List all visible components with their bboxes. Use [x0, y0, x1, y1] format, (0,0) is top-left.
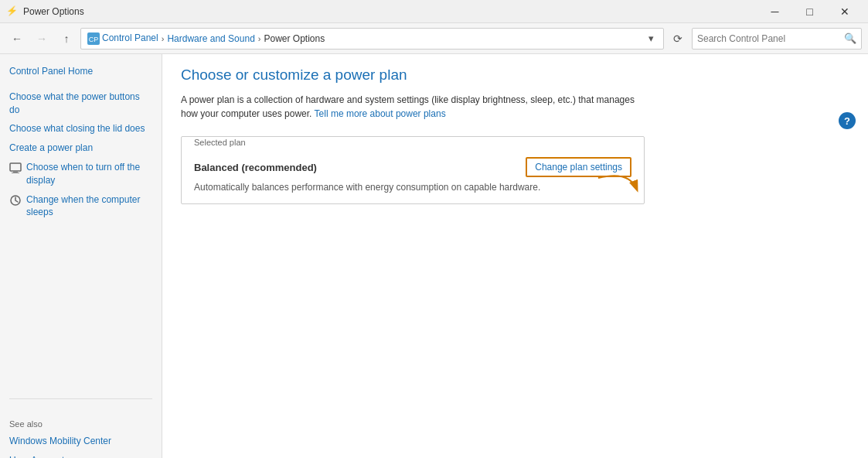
sidebar-choose-closing-lid[interactable]: Choose what closing the lid does [0, 119, 162, 138]
svg-text:CP: CP [89, 36, 99, 43]
power-options-icon: ⚡ [6, 5, 19, 18]
plan-row: Balanced (recommended) Change plan setti… [182, 148, 644, 180]
back-button[interactable]: ← [6, 28, 28, 50]
svg-rect-3 [13, 171, 18, 173]
plan-name: Balanced (recommended) [194, 162, 317, 173]
sidebar-windows-mobility[interactable]: Windows Mobility Center [0, 432, 162, 451]
help-button[interactable]: ? [839, 112, 856, 129]
title-bar: ⚡ Power Options ─ □ ✕ [0, 0, 868, 23]
forward-button[interactable]: → [31, 28, 53, 50]
minimize-button[interactable]: ─ [757, 0, 792, 23]
breadcrumb-sep-1: › [162, 34, 165, 43]
title-bar-title: Power Options [23, 6, 84, 17]
selected-plan-legend: Selected plan [191, 138, 249, 147]
title-bar-controls: ─ □ ✕ [757, 0, 862, 23]
svg-rect-4 [12, 173, 19, 173]
sidebar-choose-turn-off-display[interactable]: Choose when to turn off the display [0, 158, 162, 190]
learn-more-link[interactable]: Tell me more about power plans [315, 108, 446, 119]
search-box: 🔍 [692, 28, 862, 50]
search-input[interactable] [697, 33, 841, 44]
content-area: ? Choose or customize a power plan A pow… [162, 54, 868, 458]
breadcrumb-dropdown-button[interactable]: ▾ [645, 31, 657, 46]
see-also-title: See also [0, 405, 162, 432]
refresh-button[interactable]: ⟳ [667, 28, 689, 50]
description-text: A power plan is a collection of hardware… [181, 93, 645, 121]
sidebar-user-accounts[interactable]: User Accounts [0, 451, 162, 458]
breadcrumb-control-panel[interactable]: CP Control Panel [87, 32, 158, 45]
title-bar-left: ⚡ Power Options [6, 5, 84, 18]
sidebar: Control Panel Home Choose what the power… [0, 54, 162, 458]
selected-plan-container: Selected plan Balanced (recommended) Cha… [181, 136, 645, 204]
sidebar-create-power-plan[interactable]: Create a power plan [0, 138, 162, 158]
breadcrumb-sep-2: › [258, 34, 261, 43]
sidebar-divider [9, 398, 152, 399]
main-container: Control Panel Home Choose what the power… [0, 54, 868, 458]
sidebar-control-panel-home[interactable]: Control Panel Home [0, 62, 162, 81]
up-button[interactable]: ↑ [56, 28, 77, 50]
selected-plan-group: Selected plan Balanced (recommended) Cha… [181, 136, 645, 204]
sidebar-choose-power-buttons[interactable]: Choose what the power buttons do [0, 87, 162, 120]
breadcrumb-hardware-sound[interactable]: Hardware and Sound [167, 33, 254, 44]
breadcrumb-current: Power Options [264, 33, 325, 44]
sleep-icon [9, 194, 22, 207]
sidebar-change-computer-sleeps[interactable]: Change when the computer sleeps [0, 190, 162, 223]
search-button[interactable]: 🔍 [844, 32, 856, 44]
page-title: Choose or customize a power plan [181, 67, 849, 84]
breadcrumb-home-icon: CP [87, 32, 100, 45]
plan-description: Automatically balances performance with … [182, 180, 644, 203]
annotation-arrow [591, 170, 652, 201]
breadcrumb-bar: CP Control Panel › Hardware and Sound › … [80, 28, 664, 50]
monitor-icon [9, 162, 22, 174]
svg-rect-2 [10, 163, 21, 171]
address-bar: ← → ↑ CP Control Panel › Hardware and So… [0, 23, 868, 54]
maximize-button[interactable]: □ [792, 0, 827, 23]
close-button[interactable]: ✕ [827, 0, 862, 23]
